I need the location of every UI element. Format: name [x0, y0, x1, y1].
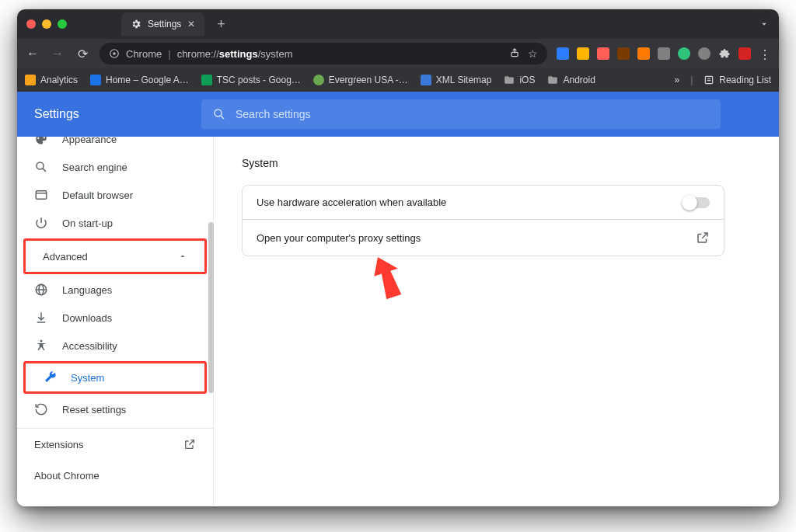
sidebar-item-label: Appearance [62, 137, 117, 145]
bookmark-folder[interactable]: Android [547, 75, 595, 85]
svg-point-6 [215, 110, 222, 116]
annotation-highlight-system: System [23, 361, 207, 394]
sidebar-item-about[interactable]: About Chrome [17, 460, 213, 491]
sidebar-item-accessibility[interactable]: Accessibility [17, 332, 213, 360]
extension-icon[interactable] [698, 47, 710, 60]
reading-list-button[interactable]: Reading List [703, 75, 771, 85]
bookmark-item[interactable]: Evergreen USA -… [313, 75, 408, 85]
search-settings-input[interactable]: Search settings [201, 99, 721, 129]
bookmark-folder[interactable]: iOS [504, 75, 535, 85]
url-prefix: chrome:// [177, 48, 219, 60]
bookmark-item[interactable]: XML Sitemap [421, 75, 492, 85]
new-tab-button[interactable]: + [212, 16, 230, 33]
browser-tab-settings[interactable]: Settings ✕ [121, 12, 204, 36]
sidebar-section-label: Advanced [43, 251, 88, 263]
gear-icon [131, 19, 141, 30]
search-placeholder: Search settings [236, 108, 311, 120]
hardware-accel-toggle[interactable] [683, 197, 710, 208]
sidebar-scrollbar[interactable] [208, 137, 214, 506]
sidebar-item-label: About Chrome [34, 470, 100, 482]
svg-line-9 [43, 169, 46, 172]
accessibility-icon [34, 339, 48, 353]
share-icon[interactable] [509, 47, 520, 58]
sidebar-item-label: Accessibility [62, 340, 117, 352]
download-icon [34, 311, 48, 325]
chevron-up-icon [178, 252, 187, 261]
globe-icon [34, 283, 48, 297]
omnibox-actions: ☆ [509, 47, 538, 60]
extensions-puzzle-icon[interactable] [718, 47, 731, 60]
page-title: Settings [17, 107, 201, 121]
bookmark-label: Home – Google A… [106, 75, 189, 85]
search-icon [212, 107, 226, 121]
extension-icon[interactable] [738, 47, 751, 60]
url-bold: settings [219, 48, 258, 60]
reading-list-label: Reading List [719, 75, 771, 85]
sidebar-item-languages[interactable]: Languages [17, 276, 213, 304]
settings-main: System Use hardware acceleration when av… [214, 137, 779, 506]
scheme-label: Chrome [126, 48, 162, 60]
sidebar-section-advanced[interactable]: Advanced [26, 241, 204, 272]
sidebar-item-label: On start-up [62, 217, 113, 229]
sidebar-item-label: Extensions [34, 439, 84, 450]
reload-button[interactable]: ⟳ [75, 47, 90, 61]
bookmark-item[interactable]: Home – Google A… [90, 75, 189, 85]
extension-icon[interactable] [658, 47, 670, 60]
sidebar-item-label: System [71, 372, 104, 384]
settings-body: Appearance Search engine Default browser… [17, 137, 779, 506]
bookmark-label: iOS [519, 75, 535, 85]
extension-icon[interactable] [617, 47, 630, 60]
folder-icon [547, 75, 558, 85]
sidebar-item-system[interactable]: System [26, 363, 204, 391]
settings-header: Settings Search settings [17, 92, 779, 137]
annotation-highlight-advanced: Advanced [23, 238, 207, 274]
address-bar[interactable]: Chrome | chrome://settings/system ☆ [100, 43, 547, 64]
row-proxy-settings[interactable]: Open your computer's proxy settings [243, 219, 724, 256]
reading-list-icon [703, 75, 714, 85]
bookmark-label: TSC posts - Goog… [217, 75, 301, 85]
wrench-icon [43, 370, 57, 384]
svg-point-8 [37, 162, 44, 169]
row-hardware-accel[interactable]: Use hardware acceleration when available [243, 186, 724, 219]
sidebar-item-label: Search engine [62, 162, 127, 173]
tabs-dropdown-icon[interactable] [759, 19, 770, 30]
extension-icon[interactable] [597, 47, 609, 60]
bookmark-label: Evergreen USA -… [329, 75, 408, 85]
bookmark-star-icon[interactable]: ☆ [528, 47, 538, 60]
sidebar-item-extensions[interactable]: Extensions [17, 429, 213, 460]
bookmark-label: Android [563, 75, 595, 85]
sidebar-item-label: Reset settings [62, 404, 126, 416]
sidebar-item-on-startup[interactable]: On start-up [17, 209, 213, 237]
extension-icon[interactable] [557, 47, 569, 60]
back-button[interactable]: ← [25, 47, 40, 61]
forward-button[interactable]: → [50, 47, 65, 61]
sidebar-item-label: Languages [62, 284, 112, 296]
sidebar-item-reset[interactable]: Reset settings [17, 395, 213, 423]
bookmark-item[interactable]: TSC posts - Goog… [201, 75, 301, 85]
tab-strip: Settings ✕ + [17, 9, 779, 39]
bookmark-item[interactable]: Analytics [25, 75, 78, 85]
chrome-scheme-icon [109, 48, 120, 59]
settings-sidebar: Appearance Search engine Default browser… [17, 137, 214, 506]
search-icon [34, 160, 48, 174]
chrome-menu-icon[interactable]: ⋮ [759, 47, 771, 60]
sidebar-item-default-browser[interactable]: Default browser [17, 181, 213, 209]
omnibox-separator: | [168, 48, 170, 60]
extension-icon[interactable] [637, 47, 650, 60]
sidebar-item-search-engine[interactable]: Search engine [17, 153, 213, 181]
svg-rect-10 [36, 191, 47, 200]
tab-title: Settings [148, 19, 181, 30]
maximize-window-button[interactable] [58, 19, 67, 29]
row-label: Use hardware acceleration when available [257, 196, 446, 208]
close-window-button[interactable] [26, 19, 36, 29]
sidebar-item-appearance[interactable]: Appearance [17, 137, 213, 153]
bookmarks-bar: Analytics Home – Google A… TSC posts - G… [17, 68, 779, 92]
sidebar-item-downloads[interactable]: Downloads [17, 304, 213, 332]
minimize-window-button[interactable] [42, 19, 51, 29]
scrollbar-thumb[interactable] [208, 222, 214, 393]
extension-icon[interactable] [577, 47, 589, 60]
open-external-icon [183, 438, 196, 450]
bookmarks-overflow[interactable]: » [674, 75, 679, 85]
close-tab-icon[interactable]: ✕ [187, 19, 195, 30]
extension-icon[interactable] [678, 47, 690, 60]
